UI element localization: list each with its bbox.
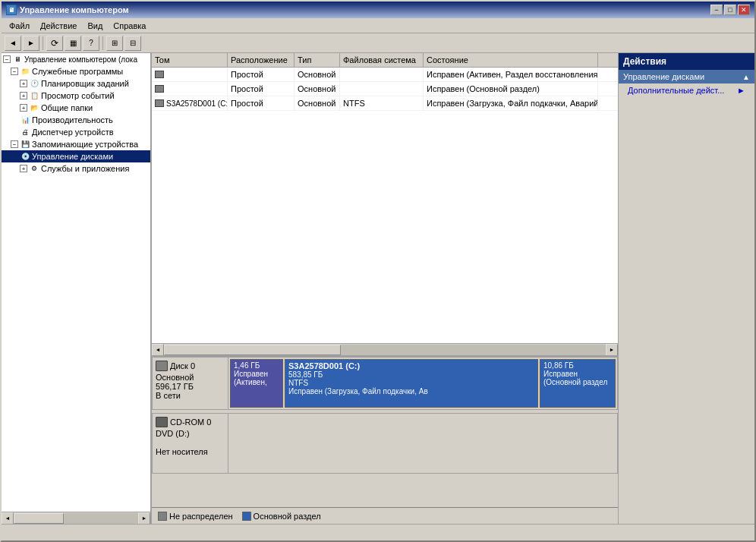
col-type[interactable]: Тип xyxy=(295,53,340,67)
legend-unallocated: Не распределен xyxy=(158,512,233,521)
partition-main[interactable]: S3A2578D001 (C:) 583,85 ГБ NTFS Исправен… xyxy=(285,359,538,408)
part0-size: 1,46 ГБ xyxy=(234,361,279,370)
tree-expand-root[interactable]: − xyxy=(3,55,11,63)
tree-expand-scheduler[interactable]: + xyxy=(20,80,27,87)
table-row[interactable]: Простой Основной Исправен (Основной разд… xyxy=(152,82,618,96)
tree-services-label: Служебные программы xyxy=(32,67,123,76)
clock-icon: 🕐 xyxy=(29,78,39,89)
tree-root-label: Управление компьютером (лока xyxy=(24,55,137,64)
actions-section[interactable]: Управление дисками ▲ xyxy=(619,70,754,84)
menu-view[interactable]: Вид xyxy=(83,20,107,32)
actions-panel: Действия Управление дисками ▲ Дополнител… xyxy=(618,53,754,524)
tree-devices[interactable]: 🖨 Диспетчер устройств xyxy=(2,126,150,138)
actions-section-label: Управление дисками xyxy=(623,72,704,81)
refresh-button[interactable]: ⟳ xyxy=(46,36,63,51)
tree-perf-label: Производительность xyxy=(32,115,113,124)
table-hscrollbar[interactable]: ◄ ► xyxy=(152,343,618,355)
part1-status: Исправен (Загрузка, Файл подкачки, Ав xyxy=(288,387,534,395)
tree-disk-mgmt[interactable]: 💿 Управление дисками xyxy=(2,150,150,162)
table-scroll-right[interactable]: ► xyxy=(606,344,618,356)
tree-root[interactable]: − 🖥 Управление компьютером (лока xyxy=(2,53,150,65)
tree-storage[interactable]: − 💾 Запоминающие устройства xyxy=(2,138,150,150)
table-row[interactable]: Простой Основной Исправен (Активен, Разд… xyxy=(152,68,618,82)
tree-services-apps[interactable]: + ⚙ Службы и приложения xyxy=(2,162,150,175)
tree-perf[interactable]: 📊 Производительность xyxy=(2,114,150,126)
cdrom-row: CD-ROM 0 DVD (D:) Нет носителя xyxy=(152,413,618,474)
cdrom-icon xyxy=(156,417,168,427)
window-title: Управление компьютером xyxy=(20,5,129,14)
disk-icon-row3 xyxy=(155,99,164,107)
export-button[interactable]: ⊞ xyxy=(106,36,123,51)
part1-name: S3A2578D001 (C:) xyxy=(288,361,534,370)
tree-expand-svc[interactable]: + xyxy=(20,165,27,172)
tree-expand-shared[interactable]: + xyxy=(20,104,27,112)
chart-icon: 📊 xyxy=(20,115,30,125)
menu-file[interactable]: Файл xyxy=(5,20,34,32)
folder-icon: 📁 xyxy=(20,66,30,77)
partition-unallocated[interactable]: 1,46 ГБ Исправен (Активен, xyxy=(230,359,283,408)
disk0-icon-row: Диск 0 xyxy=(156,361,225,371)
help-button[interactable]: ? xyxy=(83,36,99,51)
tree-toggle-button[interactable]: ▦ xyxy=(65,36,81,51)
disk-icon-row2 xyxy=(155,85,164,93)
left-scroll-track[interactable] xyxy=(14,513,138,524)
actions-more-arrow: ► xyxy=(737,86,745,95)
cdrom-type: DVD (D:) xyxy=(156,429,225,438)
tree-expand-storage[interactable]: − xyxy=(11,140,18,148)
row3-tom-label: S3A2578D001 (C:) xyxy=(166,99,228,108)
table-header: Том Расположение Тип Файловая система Со… xyxy=(152,53,618,68)
left-scroll-left[interactable]: ◄ xyxy=(2,512,14,525)
tree-events[interactable]: + 📋 Просмотр событий xyxy=(2,90,150,102)
row1-type: Основной xyxy=(295,68,340,81)
tree-shared[interactable]: + 📂 Общие папки xyxy=(2,102,150,114)
forward-button[interactable]: ► xyxy=(23,36,39,51)
row3-type: Основной xyxy=(295,96,340,110)
disk0-row: Диск 0 Основной 596,17 ГБ В сети 1,46 ГБ… xyxy=(152,357,618,410)
row3-fs: NTFS xyxy=(340,96,424,110)
cdrom-label: CD-ROM 0 DVD (D:) Нет носителя xyxy=(153,414,228,473)
log-icon: 📋 xyxy=(29,90,39,101)
tree-scheduler-label: Планировщик заданий xyxy=(41,79,129,88)
device-icon: 🖨 xyxy=(20,127,30,137)
center-actions-area: Том Расположение Тип Файловая система Со… xyxy=(152,53,754,524)
center-actions-inner: Том Расположение Тип Файловая система Со… xyxy=(152,53,754,524)
row3-location: Простой xyxy=(228,96,295,110)
left-bottom-scrollbar[interactable]: ◄ ► xyxy=(2,512,150,524)
tree-scheduler[interactable]: + 🕐 Планировщик заданий xyxy=(2,77,150,90)
disk-mgmt-icon: 💿 xyxy=(20,151,30,162)
menu-help[interactable]: Справка xyxy=(109,20,150,32)
col-fs[interactable]: Файловая система xyxy=(340,53,424,67)
actions-more[interactable]: Дополнительные дейст... ► xyxy=(619,84,754,97)
part2-size: 10,86 ГБ xyxy=(543,361,612,370)
tree-services[interactable]: − 📁 Служебные программы xyxy=(2,65,150,77)
minimize-button[interactable]: − xyxy=(710,5,723,15)
table-row[interactable]: S3A2578D001 (C:) Простой Основной NTFS И… xyxy=(152,96,618,111)
tree-storage-label: Запоминающие устройства xyxy=(32,140,138,149)
col-tom[interactable]: Том xyxy=(152,53,228,67)
legend-basic-box xyxy=(242,512,251,521)
close-button[interactable]: ✕ xyxy=(738,5,750,15)
table-scroll-track[interactable] xyxy=(164,345,606,355)
partition-end[interactable]: 10,86 ГБ Исправен (Основной раздел xyxy=(540,359,616,408)
tree-disk-mgmt-label: Управление дисками xyxy=(32,152,113,161)
row2-location: Простой xyxy=(228,82,295,96)
col-location[interactable]: Расположение xyxy=(228,53,295,67)
tree-expand-events[interactable]: + xyxy=(20,92,27,99)
cdrom-icon-row: CD-ROM 0 xyxy=(156,417,225,427)
row2-state: Исправен (Основной раздел) xyxy=(424,82,598,96)
tree-expand-services[interactable]: − xyxy=(11,68,18,75)
back-button[interactable]: ◄ xyxy=(5,36,21,51)
properties-button[interactable]: ⊟ xyxy=(124,36,141,51)
table-scroll-left[interactable]: ◄ xyxy=(152,344,164,356)
title-bar: 🖥 Управление компьютером − □ ✕ xyxy=(2,2,754,18)
status-bar xyxy=(2,524,754,540)
disk0-label: Диск 0 Основной 596,17 ГБ В сети xyxy=(153,358,228,409)
table-area: Том Расположение Тип Файловая система Со… xyxy=(152,53,618,355)
row1-state: Исправен (Активен, Раздел восстановления… xyxy=(424,68,598,81)
menu-action[interactable]: Действие xyxy=(36,20,81,32)
tree-devices-label: Диспетчер устройств xyxy=(32,128,114,137)
maximize-button[interactable]: □ xyxy=(724,5,736,15)
left-scroll-right[interactable]: ► xyxy=(138,512,150,525)
part1-size: 583,85 ГБ xyxy=(288,370,534,379)
col-state[interactable]: Состояние xyxy=(424,53,598,67)
